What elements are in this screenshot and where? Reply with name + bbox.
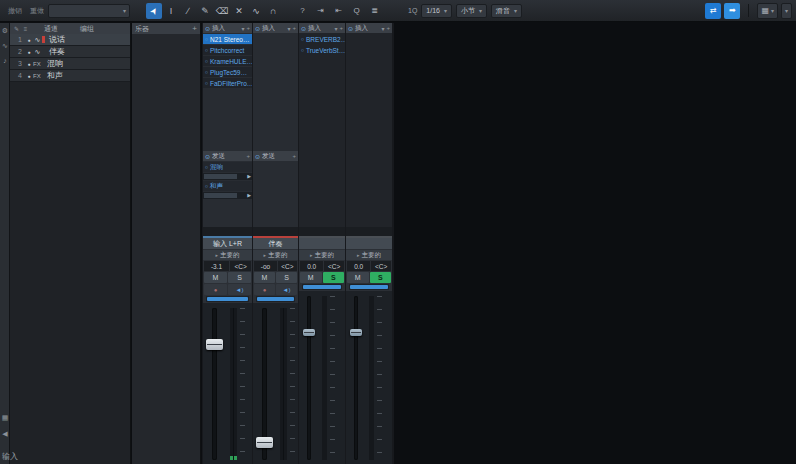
gain-readout[interactable]: -3.1 bbox=[204, 261, 229, 271]
inserts-header[interactable]: ⊙ 插入 ▾ + bbox=[299, 23, 345, 33]
solo-button[interactable]: S bbox=[276, 272, 297, 283]
return-to-start-button[interactable]: ⇤ bbox=[331, 3, 346, 18]
select-tool-button[interactable]: ➤ bbox=[146, 3, 162, 19]
fader-handle[interactable] bbox=[303, 329, 315, 336]
track-row[interactable]: 2 ● ∿ 伴奏 bbox=[10, 46, 130, 58]
swing-dropdown[interactable]: 滑音 ▾ bbox=[491, 4, 522, 18]
power-icon[interactable]: ○ bbox=[205, 80, 208, 86]
layout-grid-button[interactable]: ▦ ▾ bbox=[757, 3, 778, 19]
collapse-rail-button[interactable]: ◀ bbox=[0, 430, 10, 438]
monitor-button[interactable]: ◄) bbox=[228, 284, 251, 295]
send-slot[interactable]: ○混响 bbox=[203, 162, 252, 172]
fader-track[interactable] bbox=[307, 296, 311, 460]
monitor-button[interactable]: ◄) bbox=[276, 284, 297, 295]
inserts-header[interactable]: ⊙ 插入 ▾ + bbox=[203, 23, 252, 33]
fader-handle[interactable] bbox=[256, 437, 273, 448]
gain-readout[interactable]: 0.0 bbox=[347, 261, 370, 271]
sends-header[interactable]: ⊙ 发送 + bbox=[253, 151, 298, 161]
fader-track[interactable] bbox=[212, 308, 217, 460]
send-level-slider[interactable]: ▶ bbox=[203, 173, 252, 180]
pan-slider[interactable] bbox=[206, 296, 249, 302]
gain-readout[interactable]: -oo bbox=[254, 261, 277, 271]
music-rail-button[interactable]: ♪ bbox=[0, 57, 10, 64]
solo-button[interactable]: S bbox=[323, 272, 345, 283]
send-slot[interactable]: ○和声 bbox=[203, 181, 252, 191]
add-insert-button[interactable]: + bbox=[339, 25, 343, 31]
grid-mode-dropdown[interactable]: 小节 ▾ bbox=[456, 4, 487, 18]
channel-name[interactable]: 输入 L+R bbox=[203, 238, 252, 249]
output-assignment[interactable]: ▸主要的 bbox=[346, 250, 392, 260]
redo-label[interactable]: 重做 bbox=[30, 6, 44, 16]
edit-icon[interactable]: ✎ bbox=[12, 25, 21, 32]
inserts-header[interactable]: ⊙ 插入 ▾ + bbox=[253, 23, 298, 33]
insert-slot[interactable]: ○Pitchcorrect bbox=[203, 45, 252, 55]
chevron-down-icon[interactable]: ▾ bbox=[381, 25, 384, 32]
channel-name[interactable] bbox=[299, 238, 345, 249]
audio-rail-button[interactable]: ∿ bbox=[0, 42, 10, 50]
pan-slider[interactable] bbox=[349, 284, 389, 290]
output-assignment[interactable]: ▸主要的 bbox=[299, 250, 345, 260]
pan-readout[interactable]: <C> bbox=[324, 261, 344, 271]
snap-button[interactable]: ≣ bbox=[367, 3, 382, 18]
fader-handle[interactable] bbox=[206, 339, 223, 350]
pan-readout[interactable]: <C> bbox=[371, 261, 391, 271]
insert-slot[interactable]: ○N21 Stereo… bbox=[203, 34, 252, 44]
insert-slot[interactable]: ○BREVERB2… bbox=[299, 34, 345, 44]
pan-readout[interactable]: <C> bbox=[230, 261, 251, 271]
help-button[interactable]: ? bbox=[295, 3, 310, 18]
send-level-slider[interactable]: ▶ bbox=[203, 192, 252, 199]
track-row[interactable]: 3 ● FX 混响 bbox=[10, 58, 130, 70]
add-insert-button[interactable]: + bbox=[386, 25, 390, 31]
add-instrument-button[interactable]: + bbox=[192, 24, 197, 33]
sends-header[interactable]: ⊙ 发送 + bbox=[203, 151, 252, 161]
grid-value-dropdown[interactable]: 1/16 ▾ bbox=[421, 4, 452, 18]
add-insert-button[interactable]: + bbox=[246, 25, 250, 31]
add-send-button[interactable]: + bbox=[292, 153, 296, 159]
send-prepost-icon[interactable]: ▶ bbox=[247, 173, 251, 179]
mute-button[interactable]: M bbox=[204, 272, 227, 283]
insert-slot[interactable]: ○KrameHULE… bbox=[203, 56, 252, 66]
track-name[interactable]: 和声 bbox=[47, 70, 63, 81]
add-send-button[interactable]: + bbox=[246, 153, 250, 159]
power-icon[interactable]: ○ bbox=[301, 36, 304, 42]
chevron-down-icon[interactable]: ▾ bbox=[241, 25, 244, 32]
track-row[interactable]: 4 ● FX 和声 bbox=[10, 70, 130, 82]
split-tool-button[interactable]: ∕ bbox=[180, 3, 196, 19]
track-name[interactable]: 说话 bbox=[49, 34, 65, 45]
mute-tool-button[interactable]: ✕ bbox=[231, 3, 247, 19]
mute-button[interactable]: M bbox=[254, 272, 275, 283]
track-name[interactable]: 伴奏 bbox=[49, 46, 65, 57]
track-row[interactable]: 1 ● ∿ 说话 bbox=[10, 34, 130, 46]
undo-label[interactable]: 撤销 bbox=[8, 6, 22, 16]
output-assignment[interactable]: ▸主要的 bbox=[253, 250, 298, 260]
pencil-tool-button[interactable]: ✎ bbox=[197, 3, 213, 19]
mute-button[interactable]: M bbox=[300, 272, 322, 283]
chevron-down-icon[interactable]: ▾ bbox=[334, 25, 337, 32]
fader-track[interactable] bbox=[354, 296, 358, 460]
solo-button[interactable]: S bbox=[228, 272, 251, 283]
power-icon[interactable]: ○ bbox=[205, 36, 208, 42]
listen-tool-button[interactable]: ∩ bbox=[265, 3, 281, 19]
power-icon[interactable]: ○ bbox=[205, 183, 208, 189]
insert-slot[interactable]: ○PlugTec59… bbox=[203, 67, 252, 77]
power-icon[interactable]: ○ bbox=[205, 69, 208, 75]
add-insert-button[interactable]: + bbox=[292, 25, 296, 31]
pan-slider[interactable] bbox=[302, 284, 342, 290]
insert-slot[interactable]: ○TrueVerbSt… bbox=[299, 45, 345, 55]
channel-name[interactable] bbox=[346, 238, 392, 249]
autoscroll-button[interactable]: ⇥ bbox=[313, 3, 328, 18]
solo-button[interactable]: S bbox=[370, 272, 392, 283]
channel-name[interactable]: 伴奏 bbox=[253, 238, 298, 249]
power-icon[interactable]: ○ bbox=[301, 47, 304, 53]
mute-button[interactable]: M bbox=[347, 272, 369, 283]
insert-slot[interactable]: ○FaDFilterPro… bbox=[203, 78, 252, 88]
view-options-button[interactable]: ▾ bbox=[781, 3, 792, 19]
record-arm-button[interactable]: ● bbox=[204, 284, 227, 295]
quantize-toggle-button[interactable]: Q bbox=[349, 3, 364, 18]
input-section-tab[interactable]: 输入 bbox=[2, 451, 18, 462]
io-swap-button[interactable]: ⇄ bbox=[705, 3, 721, 19]
power-icon[interactable]: ○ bbox=[205, 58, 208, 64]
tools-rail-button[interactable]: ⚙ bbox=[0, 27, 10, 35]
output-assignment[interactable]: ▸主要的 bbox=[203, 250, 252, 260]
macro-dropdown[interactable]: ▾ bbox=[48, 4, 130, 18]
